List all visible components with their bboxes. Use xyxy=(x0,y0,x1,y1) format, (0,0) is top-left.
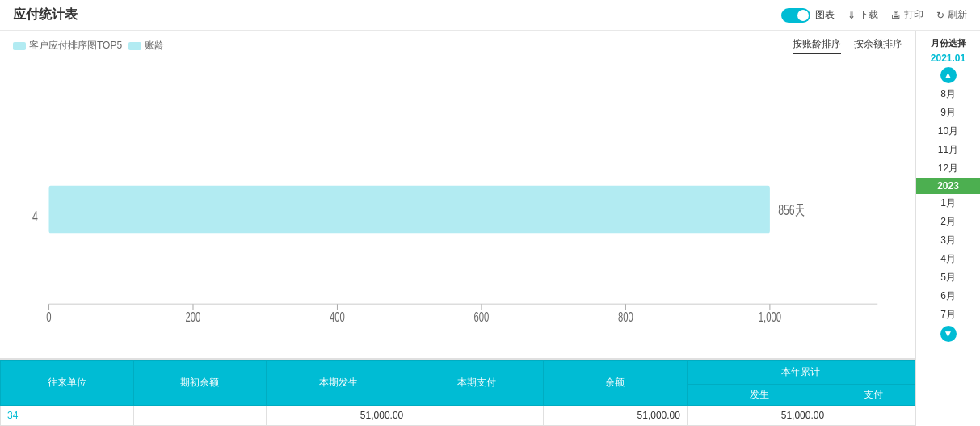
svg-text:200: 200 xyxy=(186,310,201,325)
header-actions: 图表 ⇓ 下载 🖶 打印 ↻ 刷新 xyxy=(781,8,967,23)
data-table: 往来单位 期初余额 本期发生 本期支付 余额 本年累计 发生 支付 xyxy=(0,360,915,426)
refresh-icon: ↻ xyxy=(936,10,944,21)
table-row: 34 51,000.00 51,000.00 51,000.00 xyxy=(1,406,915,426)
col-payment: 本期支付 xyxy=(410,361,544,406)
col-occurrence: 本期发生 xyxy=(267,361,410,406)
page-title: 应付统计表 xyxy=(13,6,78,23)
refresh-button[interactable]: ↻ 刷新 xyxy=(936,8,967,22)
scroll-down-button[interactable]: ▼ xyxy=(940,326,957,342)
sidebar-month-item[interactable]: 3月 xyxy=(916,231,980,250)
sidebar-month-item[interactable]: 7月 xyxy=(916,306,980,324)
col-ytd: 本年累计 xyxy=(687,361,915,385)
cell-balance: 51,000.00 xyxy=(543,406,687,426)
chart-legend: 客户应付排序图TOP5 账龄 xyxy=(13,39,164,53)
cell-occurrence: 51,000.00 xyxy=(267,406,410,426)
right-sidebar: 月份选择 2021.01 ▲ 8月9月10月11月12月20231月2月3月4月… xyxy=(915,31,980,426)
sidebar-month-item[interactable]: 11月 xyxy=(916,141,980,159)
sidebar-label: 月份选择 xyxy=(931,34,966,51)
sidebar-year[interactable]: 2021.01 xyxy=(931,51,965,65)
scroll-up-button[interactable]: ▲ xyxy=(940,67,957,83)
table-wrapper: 往来单位 期初余额 本期发生 本期支付 余额 本年累计 发生 支付 xyxy=(0,360,915,426)
sidebar-month-item[interactable]: 2月 xyxy=(916,213,980,231)
bar-y-label: 34 xyxy=(32,208,38,224)
sort-tabs: 按账龄排序 按余额排序 xyxy=(793,37,902,54)
cell-ytd-pay xyxy=(831,406,915,426)
chart-toggle[interactable]: 图表 xyxy=(781,8,835,23)
sidebar-month-item[interactable]: 5月 xyxy=(916,268,980,287)
svg-text:600: 600 xyxy=(474,310,490,325)
col-ytd-pay: 支付 xyxy=(831,385,915,406)
cell-unit[interactable]: 34 xyxy=(1,406,134,426)
sort-by-amount-tab[interactable]: 按余额排序 xyxy=(854,37,902,54)
table-header-row: 往来单位 期初余额 本期发生 本期支付 余额 本年累计 xyxy=(1,361,915,385)
legend-item-age: 账龄 xyxy=(128,39,164,53)
table-body: 34 51,000.00 51,000.00 51,000.00 xyxy=(1,406,915,426)
main-content: 客户应付排序图TOP5 账龄 按账龄排序 按余额排序 34 xyxy=(0,31,980,426)
chart-label: 图表 xyxy=(815,8,835,22)
cell-payment xyxy=(410,406,544,426)
sort-by-balance-tab[interactable]: 按账龄排序 xyxy=(793,37,841,54)
download-button[interactable]: ⇓ 下载 xyxy=(848,8,878,22)
sidebar-year-item[interactable]: 2023 xyxy=(916,178,980,194)
svg-text:800: 800 xyxy=(618,310,633,325)
bar-end-label: 856天 xyxy=(778,202,805,218)
col-opening: 期初余额 xyxy=(133,361,267,406)
sidebar-month-item[interactable]: 10月 xyxy=(916,122,980,141)
bar-rect xyxy=(49,186,770,234)
header: 应付统计表 图表 ⇓ 下载 🖶 打印 ↻ 刷新 xyxy=(0,0,980,31)
download-label: 下载 xyxy=(859,8,878,22)
legend-color-age xyxy=(128,42,141,50)
cell-ytd-occ: 51,000.00 xyxy=(687,406,831,426)
refresh-label: 刷新 xyxy=(948,8,967,22)
sidebar-month-item[interactable]: 4月 xyxy=(916,250,980,268)
col-balance: 余额 xyxy=(543,361,687,406)
toggle-track xyxy=(781,8,810,23)
sidebar-month-item[interactable]: 9月 xyxy=(916,103,980,122)
sidebar-month-item[interactable]: 6月 xyxy=(916,287,980,306)
legend-color-customers xyxy=(13,42,26,50)
sidebar-month-item[interactable]: 8月 xyxy=(916,85,980,103)
bar-chart: 34 856天 0 200 400 600 xyxy=(32,67,902,352)
print-icon: 🖶 xyxy=(891,10,901,21)
chart-header: 客户应付排序图TOP5 账龄 按账龄排序 按余额排序 xyxy=(0,31,915,61)
col-ytd-occ: 发生 xyxy=(687,385,831,406)
legend-item-customers: 客户应付排序图TOP5 xyxy=(13,39,122,53)
legend-label-customers: 客户应付排序图TOP5 xyxy=(29,39,122,53)
print-label: 打印 xyxy=(904,8,923,22)
month-list: 8月9月10月11月12月20231月2月3月4月5月6月7月 xyxy=(916,85,980,324)
chart-area: 34 856天 0 200 400 600 xyxy=(0,61,915,358)
svg-text:0: 0 xyxy=(46,310,51,325)
svg-text:1,000: 1,000 xyxy=(759,310,781,325)
col-unit: 往来单位 xyxy=(1,361,134,406)
table-area: 往来单位 期初余额 本期发生 本期支付 余额 本年累计 发生 支付 xyxy=(0,358,915,426)
sidebar-month-item[interactable]: 1月 xyxy=(916,194,980,213)
svg-text:400: 400 xyxy=(330,310,345,325)
sidebar-month-item[interactable]: 12月 xyxy=(916,159,980,178)
legend-label-age: 账龄 xyxy=(145,39,164,53)
download-icon: ⇓ xyxy=(848,10,856,21)
toggle-thumb xyxy=(797,10,809,21)
chart-panel: 客户应付排序图TOP5 账龄 按账龄排序 按余额排序 34 xyxy=(0,31,915,426)
print-button[interactable]: 🖶 打印 xyxy=(891,8,923,22)
cell-opening xyxy=(133,406,267,426)
